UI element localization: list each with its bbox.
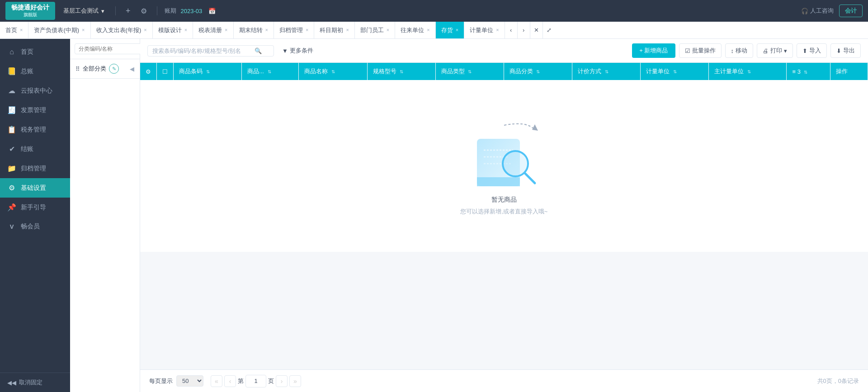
company-selector[interactable]: 基层工会测试 ▾	[60, 5, 108, 17]
sidebar-item-checkout[interactable]: ✔ 结账	[0, 139, 70, 159]
batch-label: 批量操作	[692, 47, 716, 55]
tab-close-all-button[interactable]: ✕	[530, 22, 543, 38]
account-button[interactable]: 会计	[839, 5, 863, 17]
tab-close-contacts[interactable]: ×	[427, 28, 429, 33]
tab-close-income[interactable]: ×	[144, 28, 146, 33]
tab-close-period[interactable]: ×	[265, 28, 268, 33]
sidebar-label: 发票管理	[21, 106, 46, 114]
page-prev-button[interactable]: ‹	[224, 375, 236, 387]
tab-label: 部门员工	[360, 26, 384, 34]
sidebar-item-tax[interactable]: 📋 税务管理	[0, 120, 70, 139]
page-next-button[interactable]: ›	[276, 375, 288, 387]
tab-close-inventory[interactable]: ×	[456, 28, 458, 33]
tab-tax[interactable]: 税表清册 ×	[193, 22, 233, 38]
search-input[interactable]	[152, 47, 252, 54]
tab-close-tax[interactable]: ×	[225, 28, 227, 33]
tab-close-home[interactable]: ×	[20, 28, 23, 33]
page-last-button[interactable]: »	[289, 375, 301, 387]
th-barcode[interactable]: 商品条码 ⇅	[174, 63, 242, 80]
sidebar-item-archive[interactable]: 📁 归档管理	[0, 159, 70, 178]
move-button[interactable]: ↕ 移动	[725, 43, 754, 58]
tab-close-subject[interactable]: ×	[346, 28, 349, 33]
sidebar-item-guide[interactable]: 📌 新手引导	[0, 198, 70, 217]
batch-operate-button[interactable]: ☑ 批量操作	[679, 43, 722, 58]
per-page-select[interactable]: 50 10 20 100	[176, 375, 203, 387]
th-price-mode[interactable]: 计价方式 ⇅	[572, 63, 640, 80]
consulting-button[interactable]: 🎧 人工咨询	[801, 7, 834, 15]
member-icon: V	[7, 223, 16, 230]
add-tab-button[interactable]: +	[123, 5, 133, 17]
page-number-input[interactable]	[245, 375, 266, 387]
cancel-pin-button[interactable]: ◀◀ 取消固定	[0, 373, 70, 392]
th-code[interactable]: 商品... ⇅	[242, 63, 299, 80]
tab-label: 存货	[441, 26, 453, 34]
th-checkbox[interactable]: ☐	[157, 63, 174, 80]
settings-icon[interactable]: ⚙	[138, 6, 150, 16]
th-gear[interactable]: ⚙	[140, 63, 157, 80]
tab-subject[interactable]: 科目期初 ×	[314, 22, 354, 38]
cancel-pin-label: 取消固定	[19, 378, 42, 387]
sidebar-item-home[interactable]: ⌂ 首页	[0, 43, 70, 61]
import-button[interactable]: ⬆ 导入	[797, 43, 827, 58]
tab-label: 模版设计	[158, 26, 182, 34]
sidebar-label: 云报表中心	[21, 87, 52, 95]
tab-balance-sheet[interactable]: 资产负债表(中期) ×	[28, 22, 90, 38]
export-button[interactable]: ⬇ 导出	[830, 43, 861, 58]
sidebar: ⌂ 首页 📒 总账 ☁ 云报表中心 🧾 发票管理 📋 税务管理 ✔ 结账	[0, 39, 70, 392]
tab-close-dept[interactable]: ×	[387, 28, 389, 33]
print-label: 打印	[770, 47, 782, 55]
sidebar-item-reports[interactable]: ☁ 云报表中心	[0, 81, 70, 100]
th-type[interactable]: 商品类型 ⇅	[435, 63, 504, 80]
tab-next-button[interactable]: ›	[518, 22, 530, 38]
add-label: + 新增商品	[639, 47, 668, 55]
th-extra[interactable]: ≡ 3 ⇅	[787, 63, 830, 80]
tab-period-end[interactable]: 期末结转 ×	[234, 22, 274, 38]
tab-close-template[interactable]: ×	[184, 28, 187, 33]
tab-home[interactable]: 首页 ×	[0, 22, 28, 38]
tab-dept[interactable]: 部门员工 ×	[355, 22, 395, 38]
tab-label: 期末结转	[239, 26, 263, 34]
calendar-icon[interactable]: 📅	[208, 8, 216, 14]
tab-unit[interactable]: 计量单位 ×	[464, 22, 505, 38]
tab-expand-button[interactable]: ⤢	[543, 22, 556, 38]
sidebar-item-member[interactable]: V 畅会员	[0, 217, 70, 236]
sidebar-item-ledger[interactable]: 📒 总账	[0, 61, 70, 81]
th-main-unit[interactable]: 主计量单位 ⇅	[709, 63, 787, 80]
sidebar-item-invoice[interactable]: 🧾 发票管理	[0, 100, 70, 120]
th-action: 操作	[830, 63, 868, 80]
tab-inventory[interactable]: 存货 ×	[436, 22, 464, 38]
th-name[interactable]: 商品名称 ⇅	[299, 63, 367, 80]
tab-template[interactable]: 模版设计 ×	[153, 22, 193, 38]
th-unit[interactable]: 计量单位 ⇅	[641, 63, 709, 80]
period-label: 账期	[165, 7, 176, 15]
tab-close-balance[interactable]: ×	[82, 28, 85, 33]
empty-graphic	[468, 116, 540, 189]
category-header: ⠿ 全部分类 ✎ ◀	[70, 59, 140, 79]
tabs-bar: 首页 × 资产负债表(中期) × 收入支出表(年报) × 模版设计 × 税表清册…	[0, 22, 868, 39]
category-dots-icon[interactable]: ⠿	[75, 66, 80, 72]
tab-close-unit[interactable]: ×	[496, 28, 499, 33]
page-first-button[interactable]: «	[211, 375, 222, 387]
category-edit-button[interactable]: ✎	[109, 64, 119, 74]
tab-prev-button[interactable]: ‹	[505, 22, 518, 38]
filter-button[interactable]: ▼ 更多条件	[278, 45, 317, 57]
dropdown-icon: ▾	[101, 8, 104, 14]
category-search-input[interactable]	[75, 43, 151, 54]
tab-contacts[interactable]: 往来单位 ×	[395, 22, 435, 38]
filter-icon: ▼	[282, 47, 288, 54]
all-categories-label[interactable]: 全部分类	[83, 65, 106, 73]
print-icon: 🖨	[763, 47, 769, 54]
category-collapse-button[interactable]: ◀	[130, 66, 134, 72]
tab-income-sheet[interactable]: 收入支出表(年报) ×	[91, 22, 153, 38]
tab-close-archive[interactable]: ×	[306, 28, 308, 33]
search-icon[interactable]: 🔍	[255, 47, 262, 54]
sidebar-item-settings[interactable]: ⚙ 基础设置	[0, 178, 70, 198]
tab-archive[interactable]: 归档管理 ×	[274, 22, 314, 38]
add-product-button[interactable]: + 新增商品	[632, 43, 675, 58]
th-category[interactable]: 商品分类 ⇅	[504, 63, 572, 80]
print-button[interactable]: 🖨 打印 ▾	[757, 43, 793, 58]
period-value[interactable]: 2023-03	[181, 8, 203, 14]
th-spec[interactable]: 规格型号 ⇅	[367, 63, 435, 80]
import-icon: ⬆	[802, 47, 807, 54]
empty-desc: 您可以选择新增,或者直接导入哦~	[460, 208, 547, 216]
